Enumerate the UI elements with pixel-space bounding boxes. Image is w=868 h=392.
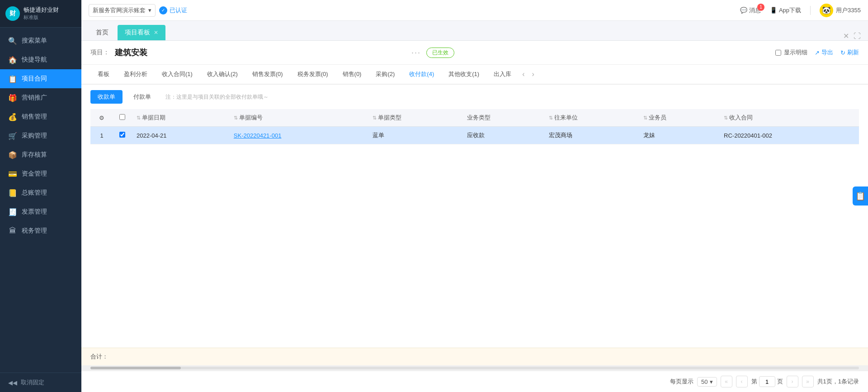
maximize-window-button[interactable]: ⛶ (854, 32, 861, 40)
inner-tab-receipt-bill[interactable]: 收款单 (90, 90, 123, 104)
contract-icon: 📋 (8, 74, 17, 83)
next-page-button[interactable]: › (787, 376, 798, 387)
tab-close-project-board[interactable]: ✕ (154, 29, 158, 36)
select-all-checkbox[interactable] (119, 114, 125, 120)
ledger-icon: 📒 (8, 188, 17, 197)
sidebar-item-finance[interactable]: 💳 资金管理 (0, 164, 81, 183)
sidebar-item-tax[interactable]: 🏛 税务管理 (0, 221, 81, 240)
page-title-block: 项目： 建筑安装 (90, 47, 411, 58)
horizontal-scrollbar[interactable] (81, 365, 868, 371)
sidebar-item-search[interactable]: 🔍 搜索菜单 (0, 31, 81, 50)
sub-tab-prev[interactable]: ‹ (519, 66, 528, 83)
sub-tab-next[interactable]: › (528, 66, 538, 83)
close-window-button[interactable]: ✕ (843, 32, 849, 40)
tab-label-project-board: 项目看板 (125, 29, 150, 37)
sub-tab-kanban[interactable]: 看板 (90, 65, 117, 85)
floating-icon: 📋 (855, 191, 865, 201)
window-controls: ✕ ⛶ (843, 32, 861, 40)
cell-biz-type: 应收款 (462, 127, 543, 144)
topbar-left: 新服务官网演示账套 ▾ ✓ 已认证 (89, 4, 740, 17)
message-badge: 1 (757, 4, 764, 11)
col-biz-type: 业务类型 (462, 109, 543, 127)
page-current: 第 页 (751, 376, 783, 387)
sidebar-item-inventory[interactable]: 📦 库存核算 (0, 145, 81, 164)
sub-tab-purchase[interactable]: 采购(2) (368, 65, 402, 85)
sub-tab-other-expense[interactable]: 其他收支(1) (441, 65, 486, 85)
unpin-button[interactable]: ◀◀ 取消固定 (0, 373, 81, 392)
sub-tab-sales[interactable]: 销售(0) (335, 65, 369, 85)
topbar: 新服务官网演示账套 ▾ ✓ 已认证 💬 消息 1 📱 App下载 🐼 用户335… (81, 0, 868, 21)
col-salesman[interactable]: 业务员 (638, 109, 718, 127)
sub-tab-profit[interactable]: 盈利分析 (117, 65, 155, 85)
sidebar-item-marketing[interactable]: 🎁 营销推广 (0, 88, 81, 107)
col-type[interactable]: 单据类型 (367, 109, 462, 127)
sidebar-item-label-contract: 项目合同 (22, 75, 47, 83)
page-number-input[interactable] (759, 376, 775, 387)
prev-page-button[interactable]: ‹ (736, 376, 748, 387)
table-row[interactable]: 1 2022-04-21 SK-20220421-001 蓝单 应收款 宏茂商场… (90, 127, 859, 144)
more-options-button[interactable]: ··· (411, 48, 421, 57)
unpin-label: 取消固定 (21, 378, 44, 387)
show-detail-checkbox[interactable]: 显示明细 (775, 48, 807, 57)
sidebar-item-contract[interactable]: 📋 项目合同 (0, 69, 81, 88)
content-area: 项目： 建筑安装 ··· 已生效 显示明细 ↗ 导出 ↻ 刷新 (81, 41, 868, 392)
total-label: 合计： (90, 353, 108, 360)
inner-tab-payment-bill[interactable]: 付款单 (126, 90, 158, 104)
certified-badge: ✓ 已认证 (159, 6, 187, 14)
cell-code[interactable]: SK-20220421-001 (228, 127, 368, 144)
sidebar-nav: 🔍 搜索菜单 🏠 快捷导航 📋 项目合同 🎁 营销推广 💰 销售管理 🛒 采购管… (0, 28, 81, 373)
sidebar-item-label-finance: 资金管理 (22, 170, 47, 178)
col-code[interactable]: 单据编号 (228, 109, 368, 127)
sidebar-item-label-inventory: 库存核算 (22, 151, 47, 159)
search-icon: 🔍 (8, 36, 17, 45)
phone-icon: 📱 (770, 7, 777, 14)
certified-icon: ✓ (159, 6, 167, 14)
export-button[interactable]: ↗ 导出 (815, 48, 833, 57)
page-actions: 显示明细 ↗ 导出 ↻ 刷新 (775, 48, 859, 57)
sub-tab-sales-invoice[interactable]: 销售发票(0) (245, 65, 290, 85)
first-page-button[interactable]: « (721, 376, 732, 387)
cell-check[interactable] (113, 127, 131, 144)
col-income-contract[interactable]: 收入合同 (718, 109, 859, 127)
show-detail-input[interactable] (775, 50, 781, 56)
refresh-button[interactable]: ↻ 刷新 (840, 48, 859, 57)
tab-home[interactable]: 首页 (89, 25, 116, 40)
cell-salesman: 龙妹 (638, 127, 718, 144)
sidebar-item-sales[interactable]: 💰 销售管理 (0, 107, 81, 126)
main-area: 新服务官网演示账套 ▾ ✓ 已认证 💬 消息 1 📱 App下载 🐼 用户335… (81, 0, 868, 392)
scrollbar-thumb[interactable] (90, 367, 181, 369)
message-icon: 💬 (740, 7, 747, 14)
col-date[interactable]: 单据日期 (131, 109, 228, 127)
sidebar-item-purchase[interactable]: 🛒 采购管理 (0, 126, 81, 145)
page-size-select[interactable]: 50 ▾ (697, 377, 717, 387)
sub-tab-receipt[interactable]: 收付款(4) (402, 65, 441, 85)
message-button[interactable]: 💬 消息 1 (740, 6, 761, 14)
tab-project-board[interactable]: 项目看板✕ (118, 25, 165, 40)
sidebar-item-shortcut[interactable]: 🏠 快捷导航 (0, 50, 81, 69)
sub-tab-in-out[interactable]: 出入库 (486, 65, 519, 85)
sidebar-item-ledger[interactable]: 📒 总账管理 (0, 183, 81, 202)
row-checkbox[interactable] (119, 132, 125, 138)
last-page-button[interactable]: » (802, 376, 814, 387)
certified-label: 已认证 (170, 6, 187, 14)
refresh-icon: ↻ (840, 49, 845, 56)
floating-action-panel[interactable]: 📋 (853, 186, 868, 206)
col-settings[interactable]: ⚙ (90, 109, 113, 127)
cell-date: 2022-04-21 (131, 127, 228, 144)
sub-tab-income-confirm[interactable]: 收入确认(2) (200, 65, 245, 85)
sub-tab-income-contract[interactable]: 收入合同(1) (155, 65, 200, 85)
tab-label-home: 首页 (96, 29, 108, 37)
sidebar-item-invoice[interactable]: 🧾 发票管理 (0, 202, 81, 221)
page-label: 第 (751, 378, 757, 386)
cell-type: 蓝单 (367, 127, 462, 144)
invoice-icon: 🧾 (8, 207, 17, 216)
code-link[interactable]: SK-20220421-001 (234, 132, 282, 139)
app-download-button[interactable]: 📱 App下载 (770, 6, 801, 14)
demo-account-label: 新服务官网演示账套 (93, 6, 146, 14)
user-menu[interactable]: 🐼 用户3355 (820, 4, 861, 17)
col-partner[interactable]: 往来单位 (543, 109, 638, 127)
scrollbar-track[interactable] (90, 367, 859, 369)
table-footer: 合计： (81, 348, 868, 365)
sub-tab-tax-invoice[interactable]: 税务发票(0) (290, 65, 335, 85)
demo-account[interactable]: 新服务官网演示账套 ▾ (89, 4, 156, 17)
